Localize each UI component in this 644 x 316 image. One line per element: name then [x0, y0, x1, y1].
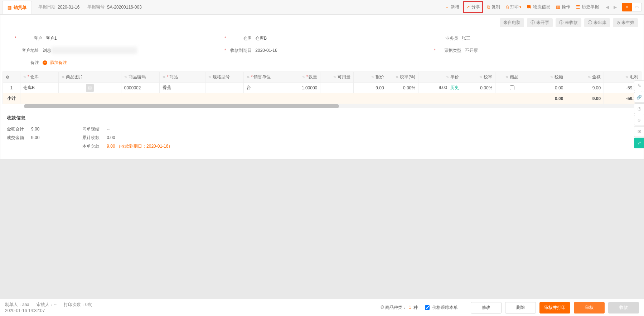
col-code[interactable]: ⇅商品编码	[121, 72, 159, 83]
chevron-down-icon: ▾	[519, 5, 521, 9]
receive-button[interactable]: 收款	[608, 302, 639, 313]
field-salesman: 业务员 张三	[434, 32, 629, 44]
product-kinds: © 商品种类： 1 种	[381, 305, 418, 311]
gift-checkbox[interactable]	[510, 85, 514, 90]
side-rail: ✎ 🔗 ◷ ☺ ✉ ⤢	[634, 80, 644, 148]
doc-icon: ▥	[8, 5, 11, 10]
col-settings[interactable]: ⚙	[3, 72, 20, 83]
doc-tab-title: 销货单	[14, 5, 26, 11]
add-remark-button[interactable]: + 添加备注	[43, 60, 67, 66]
rail-user-icon[interactable]: ☺	[634, 115, 644, 125]
record-nav: ◀ ▶	[603, 3, 619, 11]
print-icon: ⎙	[506, 4, 509, 10]
warehouse-value[interactable]: 仓库B	[255, 35, 267, 41]
badge-unstocked: ⓘ 未出库	[584, 18, 610, 27]
rail-chat-icon[interactable]: ✉	[634, 126, 644, 137]
payment-title: 收款信息	[7, 115, 637, 121]
status-badges: 来自电脑 ⓘ 未开票 ⓘ 未收款 ⓘ 未出库 ⊘ 未生效	[0, 15, 644, 27]
footer-bar: 制单人：aaa 审核人：-- 打印次数：0次 2020-01-16 14:32:…	[0, 299, 644, 316]
audit-button[interactable]: 审核	[574, 302, 605, 313]
delete-button[interactable]: 删除	[505, 302, 536, 313]
toolbar: ＋ 新增 ↗ 分享 ⧉ 复制 ⎙ 打印 ▾ ⛟ 物流信息 ▦ 操作 ☰ 历史单据	[442, 1, 642, 13]
badge-uninvoiced: ⓘ 未开票	[527, 18, 553, 27]
forbid-icon: ⊘	[616, 20, 620, 25]
price-follow-checkbox[interactable]: 价格跟踪本单	[423, 304, 458, 311]
list-icon: ☰	[576, 4, 580, 10]
grid-icon: ▦	[556, 4, 560, 10]
next-record[interactable]: ▶	[611, 3, 619, 11]
badge-source: 来自电脑	[500, 18, 524, 27]
rail-link-icon[interactable]: 🔗	[634, 92, 644, 103]
customer-value[interactable]: 客户1	[46, 35, 57, 41]
owe-amount: 9.00 （收款到期日：2020-01-16）	[107, 143, 173, 149]
operate-button[interactable]: ▦ 操作	[553, 2, 573, 12]
share-button[interactable]: ↗ 分享	[463, 1, 483, 13]
copy-button[interactable]: ⧉ 复制	[484, 2, 503, 12]
new-button[interactable]: ＋ 新增	[442, 2, 462, 12]
field-invoice: * 票据类型 不开票	[434, 44, 629, 56]
invoice-value[interactable]: 不开票	[465, 48, 478, 54]
footer-actions: 修改 删除 审核并打印 审核 收款	[471, 302, 639, 313]
col-image[interactable]: ⇅商品图片	[59, 72, 121, 83]
view-card[interactable]: ▭	[632, 3, 642, 11]
field-warehouse: * 仓库 仓库B	[224, 32, 420, 44]
doc-no-label: 单据编号	[87, 4, 105, 10]
col-taxamount[interactable]: ⇅税额	[529, 72, 566, 83]
prev-record[interactable]: ◀	[603, 3, 611, 11]
rail-note-icon[interactable]: ✎	[634, 80, 644, 91]
share-icon: ↗	[466, 4, 470, 10]
copyright-icon: ©	[381, 305, 384, 310]
payment-section: 收款信息 金额合计9.00 成交金额9.00 同单现结-- 累计收款0.00 本…	[0, 109, 644, 159]
view-detail[interactable]: ≡	[622, 3, 632, 11]
col-qty[interactable]: ⇅*数量	[282, 72, 320, 83]
info-icon: ⓘ	[559, 20, 563, 26]
field-remark: 备注 + 添加备注	[15, 56, 210, 69]
history-button[interactable]: ☰ 历史单据	[573, 2, 602, 12]
rail-expand-icon[interactable]: ⤢	[634, 138, 644, 148]
badge-inactive: ⊘ 未生效	[613, 18, 638, 27]
blurred-region	[51, 47, 137, 54]
paydue-value[interactable]: 2020-01-16	[255, 48, 277, 53]
image-thumb[interactable]: ▤	[86, 84, 94, 92]
table-row[interactable]: 1 仓库B ▤ 0000002 香蕉 台 1.00000 9.00 0.00% …	[3, 83, 641, 93]
info-icon: ⓘ	[531, 20, 535, 26]
salesman-value[interactable]: 张三	[462, 35, 470, 41]
col-price[interactable]: ⇅单价	[418, 72, 462, 83]
view-toggle: ≡ ▭	[622, 3, 642, 11]
col-gift[interactable]: ⇅赠品	[495, 72, 529, 83]
col-discount[interactable]: ⇅税率(%)	[387, 72, 418, 83]
rail-clock-icon[interactable]: ◷	[634, 103, 644, 114]
footer-timestamp: 2020-01-16 14:32:07	[5, 308, 92, 314]
col-avail[interactable]: ⇅可用量	[320, 72, 354, 83]
col-quote[interactable]: ⇅报价	[354, 72, 387, 83]
col-product[interactable]: ⇅*商品	[159, 72, 205, 83]
info-icon: ⓘ	[588, 20, 592, 26]
col-spec[interactable]: ⇅规格型号	[205, 72, 243, 83]
doc-form: * 客户 客户1 * 仓库 仓库B 业务员 张三 客户地址 刘总 * 收款到期日…	[0, 27, 644, 71]
col-unit[interactable]: ⇅*销售单位	[244, 72, 282, 83]
field-customer: * 客户 客户1	[15, 32, 210, 44]
truck-icon: ⛟	[527, 4, 532, 10]
edit-button[interactable]: 修改	[471, 302, 502, 313]
copy-icon: ⧉	[487, 4, 490, 10]
print-button[interactable]: ⎙ 打印 ▾	[503, 2, 524, 12]
plus-circle-icon: +	[43, 60, 47, 65]
col-warehouse[interactable]: ⇅*仓库	[20, 72, 58, 83]
doc-no-value: SA-20200116-003	[107, 5, 141, 10]
horizontal-scrollbar[interactable]	[3, 104, 641, 109]
col-taxrate[interactable]: ⇅税率	[462, 72, 495, 83]
doc-tab[interactable]: ▥ 销货单	[2, 1, 32, 14]
price-history-link[interactable]: 历史	[450, 85, 459, 90]
field-paydue: * 收款到期日 2020-01-16	[224, 44, 420, 56]
doc-meta: 单据日期 2020-01-16 单据编号 SA-20200116-003	[38, 4, 150, 10]
logistics-button[interactable]: ⛟ 物流信息	[524, 2, 553, 12]
audit-print-button[interactable]: 审核并打印	[539, 302, 570, 313]
col-amount[interactable]: ⇅金额	[566, 72, 604, 83]
plus-icon: ＋	[445, 4, 449, 10]
doc-date-value: 2020-01-16	[58, 5, 79, 10]
gear-icon: ⚙	[6, 75, 10, 80]
field-address: 客户地址 刘总	[15, 44, 210, 56]
header-bar: ▥ 销货单 单据日期 2020-01-16 单据编号 SA-20200116-0…	[0, 0, 644, 14]
badge-unpaid: ⓘ 未收款	[556, 18, 581, 27]
address-value[interactable]: 刘总	[43, 48, 51, 54]
